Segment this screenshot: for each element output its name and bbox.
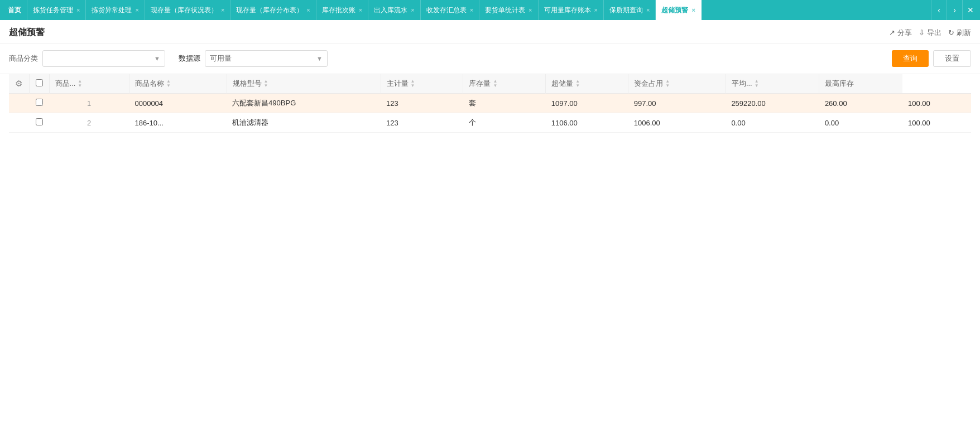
nav-tab-expiry[interactable]: 保质期查询× <box>604 0 656 20</box>
td-row-settings <box>9 94 29 113</box>
th-max-stock[interactable]: 最高库存 <box>819 74 902 94</box>
nav-tab-order-stat[interactable]: 要货单统计表× <box>479 0 538 20</box>
td-stock: 1106.00 <box>546 113 628 133</box>
td-row-num: 1 <box>49 94 129 113</box>
nav-tab-home[interactable]: 首页 <box>2 0 27 20</box>
nav-tab-stock-dist[interactable]: 现存量（库存分布表）× <box>230 0 316 20</box>
nav-tab-task[interactable]: 拣货任务管理× <box>27 0 86 20</box>
category-filter: 商品分类 ▼ <box>9 50 165 67</box>
close-tab-stock-dist-icon[interactable]: × <box>306 7 310 13</box>
th-avg[interactable]: 平均... ▲▼ <box>726 74 819 94</box>
nav-close-arrow[interactable]: ✕ <box>962 0 978 20</box>
filter-actions: 查询 设置 <box>892 50 971 67</box>
header-actions: ↗ 分享 ⇩ 导出 ↻ 刷新 <box>889 28 971 38</box>
td-product-code: 0000004 <box>129 94 227 113</box>
close-tab-abnormal-icon[interactable]: × <box>135 7 138 13</box>
td-spec: 123 <box>381 113 463 133</box>
close-tab-task-icon[interactable]: × <box>76 7 80 13</box>
td-max-stock: 100.00 <box>902 94 971 113</box>
row-checkbox-1[interactable] <box>36 118 43 125</box>
td-stock: 1097.00 <box>546 94 628 113</box>
datasource-select-arrow: ▼ <box>316 55 323 62</box>
nav-tab-stock-status[interactable]: 现存量（库存状况表）× <box>145 0 230 20</box>
page-container: 超储预警 ↗ 分享 ⇩ 导出 ↻ 刷新 商品分类 ▼ 数据源 <box>0 20 980 446</box>
nav-right-arrow[interactable]: › <box>947 0 962 20</box>
td-capital: 259220.00 <box>726 94 819 113</box>
share-button[interactable]: ↗ 分享 <box>889 28 912 38</box>
td-unit: 套 <box>463 94 546 113</box>
td-row-num: 2 <box>49 113 129 133</box>
th-overstock[interactable]: 超储量 ▲▼ <box>546 74 628 94</box>
sort-icon-stock: ▲▼ <box>493 79 497 88</box>
close-tab-inout-icon[interactable]: × <box>411 7 414 13</box>
close-tab-overstock-icon[interactable]: × <box>691 7 695 13</box>
td-max-stock: 100.00 <box>902 113 971 133</box>
td-product-name: 六配套新昌490BPG <box>227 94 381 113</box>
td-row-checkbox <box>29 113 49 133</box>
close-tab-available-icon[interactable]: × <box>594 7 598 13</box>
top-nav: 首页 拣货任务管理×拣货异常处理×现存量（库存状况表）×现存量（库存分布表）×库… <box>0 0 980 20</box>
nav-tab-inout[interactable]: 出入库流水× <box>368 0 420 20</box>
nav-left-arrow[interactable]: ‹ <box>931 0 947 20</box>
page-title: 超储预警 <box>9 27 45 38</box>
sort-icon-product-name: ▲▼ <box>166 79 171 88</box>
category-select-arrow: ▼ <box>154 55 160 62</box>
nav-tab-available[interactable]: 可用量库存账本× <box>539 0 604 20</box>
td-avg: 0.00 <box>819 113 902 133</box>
td-product-code: 186-10... <box>129 113 227 133</box>
sort-icon-capital: ▲▼ <box>665 79 670 88</box>
sort-icon-unit: ▲▼ <box>411 79 415 88</box>
sort-icon-spec: ▲▼ <box>264 79 268 88</box>
td-row-checkbox <box>29 94 49 113</box>
td-overstock: 997.00 <box>628 94 726 113</box>
export-button[interactable]: ⇩ 导出 <box>919 28 941 38</box>
close-tab-stock-status-icon[interactable]: × <box>221 7 224 13</box>
data-table: ⚙ 商品... ▲▼ 商品名称 ▲▼ <box>9 74 971 133</box>
settings-button[interactable]: 设置 <box>933 50 971 67</box>
category-select[interactable]: ▼ <box>42 50 165 67</box>
td-overstock: 1006.00 <box>628 113 726 133</box>
table-area: ⚙ 商品... ▲▼ 商品名称 ▲▼ <box>0 74 980 133</box>
th-settings: ⚙ <box>9 74 29 94</box>
th-product-name[interactable]: 商品名称 ▲▼ <box>129 74 227 94</box>
sort-icon-overstock: ▲▼ <box>575 79 580 88</box>
datasource-select[interactable]: 可用量 ▼ <box>205 50 328 67</box>
th-stock[interactable]: 库存量 ▲▼ <box>463 74 546 94</box>
td-spec: 123 <box>381 94 463 113</box>
td-unit: 个 <box>463 113 546 133</box>
close-tab-order-stat-icon[interactable]: × <box>529 7 532 13</box>
nav-tab-collect[interactable]: 收发存汇总表× <box>421 0 479 20</box>
th-product-code[interactable]: 商品... ▲▼ <box>49 74 129 94</box>
table-gear-icon[interactable]: ⚙ <box>15 79 22 88</box>
td-avg: 260.00 <box>819 94 902 113</box>
td-row-settings <box>9 113 29 133</box>
table-header-row: ⚙ 商品... ▲▼ 商品名称 ▲▼ <box>9 74 971 94</box>
table-row: 1 0000004 六配套新昌490BPG 123 套 1097.00 997.… <box>9 94 971 113</box>
category-label: 商品分类 <box>9 54 38 64</box>
th-unit[interactable]: 主计量 ▲▼ <box>381 74 463 94</box>
refresh-button[interactable]: ↻ 刷新 <box>948 28 971 38</box>
export-icon: ⇩ <box>919 28 925 37</box>
datasource-label: 数据源 <box>179 54 200 64</box>
filter-area: 商品分类 ▼ 数据源 可用量 ▼ 查询 设置 <box>0 43 980 74</box>
row-checkbox-0[interactable] <box>36 99 43 106</box>
close-tab-expiry-icon[interactable]: × <box>646 7 650 13</box>
close-tab-batch-icon[interactable]: × <box>359 7 362 13</box>
select-all-checkbox[interactable] <box>36 79 43 86</box>
td-product-name: 机油滤清器 <box>227 113 381 133</box>
close-tab-collect-icon[interactable]: × <box>470 7 473 13</box>
page-header: 超储预警 ↗ 分享 ⇩ 导出 ↻ 刷新 <box>0 20 980 43</box>
nav-tab-abnormal[interactable]: 拣货异常处理× <box>86 0 145 20</box>
nav-arrows: ‹ › ✕ <box>931 0 978 20</box>
sort-icon-avg: ▲▼ <box>755 79 759 88</box>
nav-tab-overstock[interactable]: 超储预警× <box>656 0 701 20</box>
sort-icon-product-code: ▲▼ <box>78 79 82 88</box>
table-row: 2 186-10... 机油滤清器 123 个 1106.00 1006.00 … <box>9 113 971 133</box>
query-button[interactable]: 查询 <box>892 50 929 67</box>
th-spec[interactable]: 规格型号 ▲▼ <box>227 74 381 94</box>
nav-tab-batch[interactable]: 库存批次账× <box>316 0 368 20</box>
th-capital[interactable]: 资金占用 ▲▼ <box>628 74 726 94</box>
td-capital: 0.00 <box>726 113 819 133</box>
datasource-filter: 数据源 可用量 ▼ <box>179 50 328 67</box>
share-icon: ↗ <box>889 28 895 37</box>
